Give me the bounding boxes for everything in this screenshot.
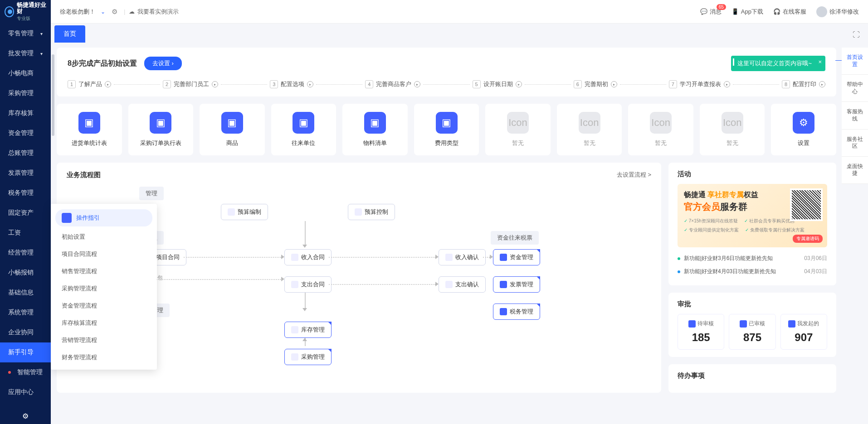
nav-item[interactable]: 采购管理 bbox=[0, 83, 51, 103]
main-row: 业务流程图 去设置流程 > 管理 管理 链管理 资金往来税票 预算编制 预算控制… bbox=[57, 163, 836, 393]
user-menu[interactable]: 徐泽华修改 bbox=[816, 6, 859, 17]
nav-item[interactable]: 工资 bbox=[0, 223, 51, 243]
popup-item[interactable]: 销售管理流程 bbox=[51, 263, 157, 280]
quick-item[interactable]: ▣物料清单 bbox=[342, 104, 408, 155]
node-invoice-mgmt[interactable]: 发票管理 bbox=[493, 276, 540, 293]
content: 8步完成产品初始设置 去设置 › 这里可以自定义首页内容哦~ × 1了解产品▸2… bbox=[57, 48, 836, 424]
quick-icon: Icon bbox=[722, 112, 743, 134]
custom-home-tip: 这里可以自定义首页内容哦~ × bbox=[731, 56, 825, 71]
node-income-confirm[interactable]: 收入确认 bbox=[439, 249, 486, 265]
flow-settings-link[interactable]: 去设置流程 > bbox=[617, 171, 651, 179]
node-tax-mgmt[interactable]: 税务管理 bbox=[493, 304, 540, 320]
node-income-contract[interactable]: 收入合同 bbox=[284, 249, 332, 265]
popup-item[interactable]: 采购管理流程 bbox=[51, 280, 157, 297]
quick-icon: ▣ bbox=[293, 112, 314, 134]
nav-item[interactable]: 经营管理 bbox=[0, 243, 51, 263]
customer-service-button[interactable]: 🎧 在线客服 bbox=[773, 8, 806, 16]
cloud-icon: ☁ bbox=[129, 8, 135, 15]
setup-step[interactable]: 8配置打印▸ bbox=[782, 80, 825, 88]
popup-item[interactable]: 营销管理流程 bbox=[51, 332, 157, 349]
gear-icon[interactable]: ⚙ bbox=[112, 8, 117, 16]
popup-item[interactable]: 项目合同流程 bbox=[51, 246, 157, 263]
sidebar: 畅捷通好业财 专业版 零售管理▾批发管理▾小畅电商采购管理库存核算资金管理总账管… bbox=[0, 0, 51, 424]
nav-item[interactable]: 新手引导 bbox=[0, 342, 51, 362]
setup-step[interactable]: 4完善商品客户▸ bbox=[365, 80, 420, 88]
sidebar-settings-icon[interactable]: ⚙ bbox=[0, 412, 51, 420]
nav-item[interactable]: 总账管理 bbox=[0, 143, 51, 163]
tenant-select[interactable]: 徐老板勿删！ ⌄ bbox=[60, 8, 105, 16]
promo-banner[interactable]: 畅捷通 享社群专属权益 官方会员服务群 7×15h资深顾问在线答疑社群会员专享购… bbox=[678, 184, 827, 247]
topbar: 徐老板勿删！ ⌄ ⚙ | ☁ 我要看实例演示 💬 消息 65 📱 App下载 🎧… bbox=[51, 0, 868, 24]
setup-step[interactable]: 1了解产品▸ bbox=[68, 80, 111, 88]
quick-item[interactable]: ⚙设置 bbox=[771, 104, 836, 155]
node-fund-mgmt[interactable]: 资金管理 bbox=[493, 249, 540, 265]
quick-item[interactable]: Icon暂无 bbox=[557, 104, 622, 155]
quick-item[interactable]: ▣进货单统计表 bbox=[57, 104, 122, 155]
nav-item[interactable]: 资金管理 bbox=[0, 123, 51, 143]
setup-step[interactable]: 3配置选项▸ bbox=[270, 80, 313, 88]
news-item[interactable]: 新功能|好业财3月6日功能更新抢先知03月06日 bbox=[678, 252, 827, 265]
popup-item[interactable]: 财务管理流程 bbox=[51, 349, 157, 366]
rail-item[interactable]: 客服热线 bbox=[842, 102, 868, 129]
quick-icon: ▣ bbox=[436, 112, 458, 134]
nav-item[interactable]: 库存核算 bbox=[0, 103, 51, 123]
node-expense-contract[interactable]: 支出合同 bbox=[284, 276, 332, 293]
setup-step[interactable]: 6完善期初▸ bbox=[574, 80, 617, 88]
close-icon[interactable]: × bbox=[818, 58, 822, 65]
scrollbar-thumb[interactable] bbox=[52, 54, 54, 136]
quick-icon: ▣ bbox=[221, 112, 243, 134]
nav-item[interactable]: 固定资产 bbox=[0, 203, 51, 223]
node-purchase-mgmt[interactable]: 采购管理 bbox=[284, 349, 332, 365]
messages-button[interactable]: 💬 消息 65 bbox=[700, 8, 722, 16]
approval-panel: 审批 待审核185已审核875我发起的907 bbox=[668, 293, 836, 357]
logo: 畅捷通好业财 专业版 bbox=[0, 0, 51, 24]
nav-item[interactable]: 小畅报销 bbox=[0, 263, 51, 283]
quick-item[interactable]: ▣往来单位 bbox=[271, 104, 336, 155]
nav-item[interactable]: 批发管理▾ bbox=[0, 43, 51, 63]
popup-item[interactable]: 库存核算流程 bbox=[51, 314, 157, 332]
nav-item[interactable]: 税务管理 bbox=[0, 183, 51, 203]
setup-step[interactable]: 2完善部门员工▸ bbox=[163, 80, 218, 88]
tab-home[interactable]: 首页 bbox=[54, 25, 85, 43]
nav-item[interactable]: 零售管理▾ bbox=[0, 24, 51, 43]
setup-step[interactable]: 5设开账日期▸ bbox=[473, 80, 522, 88]
node-stock-mgmt[interactable]: 库存管理 bbox=[284, 322, 332, 338]
nav-item[interactable]: 智能管理 bbox=[0, 362, 51, 382]
nav-item[interactable]: 发票管理 bbox=[0, 163, 51, 183]
rail-item[interactable]: 首页设置 bbox=[842, 48, 868, 75]
rail-item[interactable]: 桌面快捷 bbox=[842, 157, 868, 184]
quick-item[interactable]: ▣采购订单执行表 bbox=[128, 104, 194, 155]
rail-item[interactable]: 帮助中心 bbox=[842, 75, 868, 102]
fullscreen-icon[interactable]: ⛶ bbox=[849, 27, 863, 43]
popup-head[interactable]: 操作指引 bbox=[55, 209, 152, 226]
setup-title: 8步完成产品初始设置 bbox=[68, 59, 137, 68]
quick-item[interactable]: Icon暂无 bbox=[700, 104, 765, 155]
quick-item[interactable]: ▣商品 bbox=[200, 104, 265, 155]
app-download-button[interactable]: 📱 App下载 bbox=[731, 8, 763, 16]
nav-item[interactable]: 小畅电商 bbox=[0, 63, 51, 83]
popup-item[interactable]: 资金管理流程 bbox=[51, 297, 157, 314]
logo-text: 畅捷通好业财 bbox=[17, 2, 46, 15]
popup-item[interactable]: 初始设置 bbox=[51, 228, 157, 246]
nav-item[interactable]: 企业协同 bbox=[0, 323, 51, 342]
node-budget-control[interactable]: 预算控制 bbox=[348, 204, 395, 220]
approval-card[interactable]: 我发起的907 bbox=[780, 314, 827, 350]
setup-step[interactable]: 7学习开单查报表▸ bbox=[669, 80, 730, 88]
demo-link[interactable]: ☁ 我要看实例演示 bbox=[129, 8, 179, 16]
nav-item[interactable]: 基础信息 bbox=[0, 283, 51, 303]
quick-item[interactable]: ▣费用类型 bbox=[414, 104, 479, 155]
nav-item[interactable]: 系统管理 bbox=[0, 303, 51, 323]
go-setup-button[interactable]: 去设置 › bbox=[144, 57, 182, 70]
node-expense-confirm[interactable]: 支出确认 bbox=[439, 276, 486, 293]
node-budget-edit[interactable]: 预算编制 bbox=[221, 204, 268, 220]
news-item[interactable]: 新功能|好业财4月03日功能更新抢先知04月03日 bbox=[678, 265, 827, 278]
lane-col: 资金往来税票 bbox=[491, 231, 539, 245]
quick-item[interactable]: Icon暂无 bbox=[485, 104, 551, 155]
activity-panel: 活动 畅捷通 享社群专属权益 官方会员服务群 7×15h资深顾问在线答疑社群会员… bbox=[668, 163, 836, 285]
approval-card[interactable]: 待审核185 bbox=[678, 314, 724, 350]
rail-item[interactable]: 服务社区 bbox=[842, 130, 868, 157]
tabs-bar: 首页 ⛶ bbox=[51, 24, 868, 43]
nav-item[interactable]: 应用中心 bbox=[0, 382, 51, 402]
quick-item[interactable]: Icon暂无 bbox=[628, 104, 693, 155]
approval-card[interactable]: 已审核875 bbox=[729, 314, 775, 350]
